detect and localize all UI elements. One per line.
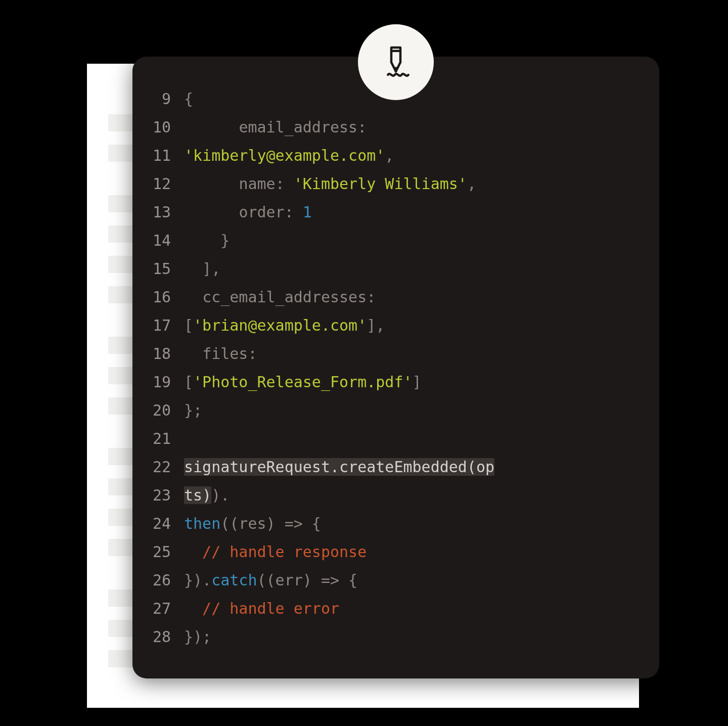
token-punct: }; [184,401,202,419]
token-punct: ). [211,486,230,504]
token-prop: email_address [239,118,357,136]
line-number: 22 [148,453,184,481]
code-line: 25 // handle response [148,538,644,566]
code-line: 24then((res) => { [148,510,644,538]
token-default: ts) [184,486,211,504]
line-number: 20 [148,396,184,425]
token-kw: catch [211,571,257,589]
code-content[interactable]: }).catch((err) => { [184,566,644,595]
token-str: 'brian@example.com' [193,316,367,334]
code-content[interactable]: }; [184,396,644,425]
token-default [184,288,202,306]
token-punct: { [184,90,193,108]
token-punct: [ [184,316,193,334]
code-content[interactable]: // handle response [184,538,644,566]
line-number: 23 [148,481,184,510]
token-punct: ((res) => { [220,515,321,532]
code-line: 20}; [148,396,644,425]
token-punct: , [467,175,476,193]
token-default [184,345,202,362]
line-number: 11 [148,142,184,170]
token-punct: : [367,288,376,306]
token-comment: // handle response [184,543,367,561]
line-number: 12 [148,170,184,198]
code-content[interactable]: name: 'Kimberly Williams', [184,170,644,198]
token-punct: : [357,118,367,136]
code-content[interactable]: ts)). [184,481,644,510]
token-str: 'Photo_Release_Form.pdf' [193,373,412,391]
code-line: 12 name: 'Kimberly Williams', [148,170,644,198]
code-content[interactable]: then((res) => { [184,510,644,538]
code-line: 14 } [148,226,644,255]
code-line: 9{ [148,85,644,113]
token-prop: name [239,175,275,193]
token-kw: then [184,515,220,532]
code-content[interactable]: 'kimberly@example.com', [184,142,644,170]
line-number: 14 [148,226,184,255]
code-content[interactable]: files: [184,340,644,368]
code-area[interactable]: 9{10 email_address:11'kimberly@example.c… [148,85,644,658]
code-line: 15 ], [148,255,644,283]
code-line: 17['brian@example.com'], [148,311,644,340]
token-str: 'Kimberly Williams' [294,175,467,193]
token-prop: files [202,345,248,362]
code-line: 23ts)). [148,481,644,510]
token-prop: cc_email_addresses [202,288,367,306]
code-line: 18 files: [148,340,644,368]
token-default [184,118,239,136]
code-content[interactable]: // handle error [184,595,644,623]
code-content[interactable] [184,425,644,453]
code-content[interactable]: cc_email_addresses: [184,283,644,311]
code-line: 13 order: 1 [148,198,644,226]
code-content[interactable]: signatureRequest.createEmbedded(op [184,453,644,481]
token-comment: // handle error [184,600,339,617]
line-number: 26 [148,566,184,595]
token-punct: : [285,203,303,221]
token-punct: }). [184,571,211,589]
line-number: 28 [148,623,184,651]
code-line: 26}).catch((err) => { [148,566,644,595]
token-str: 'kimberly@example.com' [184,147,385,164]
token-punct: }); [184,628,211,646]
code-content[interactable]: ['Photo_Release_Form.pdf'] [184,368,644,396]
token-punct: ((err) => { [257,571,358,589]
line-number: 25 [148,538,184,566]
code-content[interactable]: order: 1 [184,198,644,226]
token-num: 1 [303,203,312,221]
token-punct: , [385,147,394,164]
code-line: 19['Photo_Release_Form.pdf'] [148,368,644,396]
code-line: 10 email_address: [148,113,644,142]
signature-icon [378,43,414,81]
code-content[interactable]: ], [184,255,644,283]
line-number: 15 [148,255,184,283]
line-number: 18 [148,340,184,368]
line-number: 21 [148,425,184,453]
token-punct: } [184,232,230,249]
code-content[interactable]: email_address: [184,113,644,142]
code-content[interactable]: { [184,85,644,113]
token-default [184,203,239,221]
code-line: 21 [148,425,644,453]
code-line: 28}); [148,623,644,651]
token-punct: ], [184,260,220,278]
line-number: 27 [148,595,184,623]
token-punct: : [248,345,257,362]
code-line: 16 cc_email_addresses: [148,283,644,311]
code-line: 27 // handle error [148,595,644,623]
line-number: 19 [148,368,184,396]
token-default [184,430,193,447]
line-number: 24 [148,510,184,538]
token-punct: ], [367,316,385,334]
line-number: 13 [148,198,184,226]
line-number: 9 [148,85,184,113]
code-content[interactable]: ['brian@example.com'], [184,311,644,340]
token-punct: ] [413,373,422,391]
token-punct: [ [184,373,193,391]
code-line: 22signatureRequest.createEmbedded(op [148,453,644,481]
code-content[interactable]: }); [184,623,644,651]
code-content[interactable]: } [184,226,644,255]
code-editor-card: 9{10 email_address:11'kimberly@example.c… [132,57,659,678]
token-default [184,175,239,193]
token-punct: : [276,175,294,193]
token-default: signatureRequest.createEmbedded(op [184,458,494,476]
